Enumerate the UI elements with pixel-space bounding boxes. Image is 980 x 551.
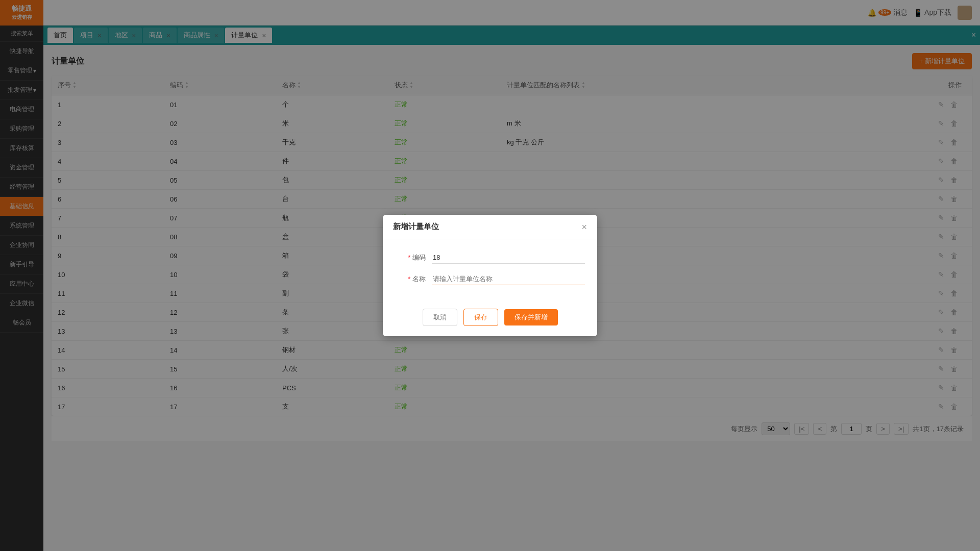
required-star-name: *	[408, 275, 410, 283]
cancel-button[interactable]: 取消	[423, 309, 457, 326]
modal-header: 新增计量单位 ×	[383, 215, 597, 239]
save-continue-button[interactable]: 保存并新增	[504, 309, 558, 325]
main-content: 🔔 99+ 消息 📱 App下载 首页 项目 × 地区 × 商品 ×	[43, 0, 980, 551]
code-input[interactable]	[432, 252, 585, 264]
form-row-code: * 编码	[395, 252, 585, 264]
add-unit-modal: 新增计量单位 × * 编码 * 名称 取消	[383, 215, 597, 336]
code-label: * 编码	[395, 253, 426, 262]
name-label: * 名称	[395, 274, 426, 284]
modal-overlay: 新增计量单位 × * 编码 * 名称 取消	[43, 0, 980, 551]
modal-close-btn[interactable]: ×	[581, 222, 587, 232]
modal-body: * 编码 * 名称	[383, 239, 597, 303]
modal-footer: 取消 保存 保存并新增	[383, 303, 597, 336]
required-star-code: *	[408, 254, 410, 261]
name-input[interactable]	[432, 273, 585, 285]
form-row-name: * 名称	[395, 273, 585, 285]
modal-title: 新增计量单位	[393, 222, 439, 232]
save-button[interactable]: 保存	[463, 309, 498, 326]
